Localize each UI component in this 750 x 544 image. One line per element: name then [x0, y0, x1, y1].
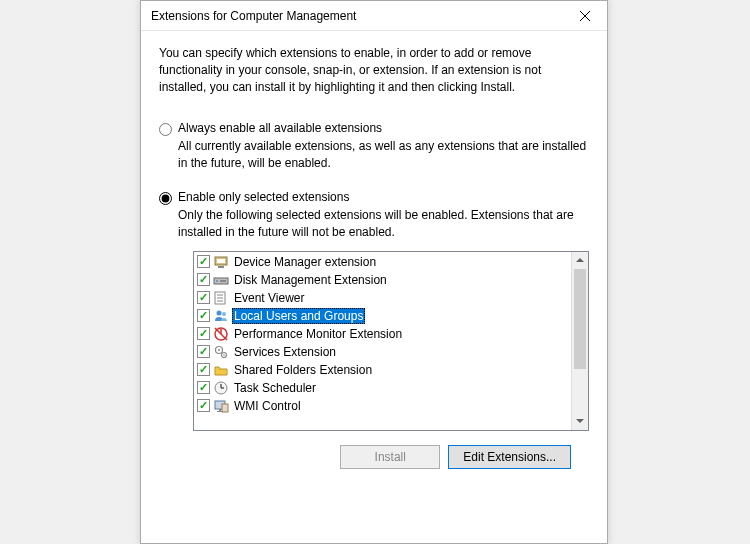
item-label: Shared Folders Extension — [232, 363, 374, 377]
event-icon — [213, 290, 229, 306]
checkbox[interactable] — [197, 309, 210, 322]
checkbox[interactable] — [197, 381, 210, 394]
checkbox[interactable] — [197, 399, 210, 412]
checkbox[interactable] — [197, 273, 210, 286]
users-icon — [213, 308, 229, 324]
install-button[interactable]: Install — [340, 445, 440, 469]
button-row: Install Edit Extensions... — [159, 431, 589, 469]
chevron-up-icon — [576, 258, 584, 262]
scrollbar[interactable] — [571, 252, 588, 430]
radio-group-always: Always enable all available extensions A… — [159, 121, 589, 172]
item-label: Local Users and Groups — [232, 308, 365, 324]
checkbox[interactable] — [197, 291, 210, 304]
item-label: WMI Control — [232, 399, 303, 413]
radio-always-enable[interactable]: Always enable all available extensions — [159, 121, 589, 136]
list-item[interactable]: Performance Monitor Extension — [194, 325, 571, 343]
item-label: Task Scheduler — [232, 381, 318, 395]
list-item[interactable]: Shared Folders Extension — [194, 361, 571, 379]
svg-rect-2 — [218, 266, 224, 268]
close-button[interactable] — [563, 1, 607, 31]
device-icon — [213, 254, 229, 270]
chevron-down-icon — [576, 419, 584, 423]
svg-point-4 — [216, 280, 218, 282]
scroll-thumb[interactable] — [574, 269, 586, 369]
svg-rect-1 — [217, 259, 225, 263]
extensions-list[interactable]: Device Manager extensionDisk Management … — [193, 251, 589, 431]
task-icon — [213, 380, 229, 396]
checkbox[interactable] — [197, 327, 210, 340]
dialog-content: You can specify which extensions to enab… — [141, 31, 607, 469]
svg-point-11 — [222, 312, 226, 316]
close-icon — [580, 11, 590, 21]
item-label: Services Extension — [232, 345, 338, 359]
item-label: Device Manager extension — [232, 255, 378, 269]
extensions-dialog: Extensions for Computer Management You c… — [140, 0, 608, 544]
list-item[interactable]: Event Viewer — [194, 289, 571, 307]
checkbox[interactable] — [197, 363, 210, 376]
titlebar: Extensions for Computer Management — [141, 1, 607, 31]
checkbox[interactable] — [197, 345, 210, 358]
radio-group-selected: Enable only selected extensions Only the… — [159, 190, 589, 241]
wmi-icon — [213, 398, 229, 414]
item-label: Disk Management Extension — [232, 273, 389, 287]
svg-point-16 — [218, 349, 220, 351]
radio-always-desc: All currently available extensions, as w… — [178, 138, 589, 172]
checkbox[interactable] — [197, 255, 210, 268]
scroll-up-button[interactable] — [572, 252, 588, 269]
dialog-title: Extensions for Computer Management — [151, 9, 356, 23]
svg-point-18 — [223, 354, 225, 356]
radio-selected-label: Enable only selected extensions — [178, 190, 349, 204]
list-item[interactable]: Disk Management Extension — [194, 271, 571, 289]
radio-selected-desc: Only the following selected extensions w… — [178, 207, 589, 241]
list-item[interactable]: Services Extension — [194, 343, 571, 361]
svg-rect-5 — [220, 280, 226, 282]
list-body: Device Manager extensionDisk Management … — [194, 252, 571, 430]
list-item[interactable]: Local Users and Groups — [194, 307, 571, 325]
item-label: Event Viewer — [232, 291, 306, 305]
radio-always-input[interactable] — [159, 123, 172, 136]
svg-rect-23 — [219, 409, 221, 411]
radio-always-label: Always enable all available extensions — [178, 121, 382, 135]
item-label: Performance Monitor Extension — [232, 327, 404, 341]
list-item[interactable]: WMI Control — [194, 397, 571, 415]
edit-extensions-button[interactable]: Edit Extensions... — [448, 445, 571, 469]
radio-selected-only[interactable]: Enable only selected extensions — [159, 190, 589, 205]
svg-point-10 — [217, 310, 222, 315]
perf-icon — [213, 326, 229, 342]
shared-icon — [213, 362, 229, 378]
svg-rect-25 — [222, 404, 228, 412]
scroll-down-button[interactable] — [572, 413, 588, 430]
disk-icon — [213, 272, 229, 288]
services-icon — [213, 344, 229, 360]
list-item[interactable]: Task Scheduler — [194, 379, 571, 397]
radio-selected-input[interactable] — [159, 192, 172, 205]
description-text: You can specify which extensions to enab… — [159, 45, 589, 95]
list-item[interactable]: Device Manager extension — [194, 253, 571, 271]
